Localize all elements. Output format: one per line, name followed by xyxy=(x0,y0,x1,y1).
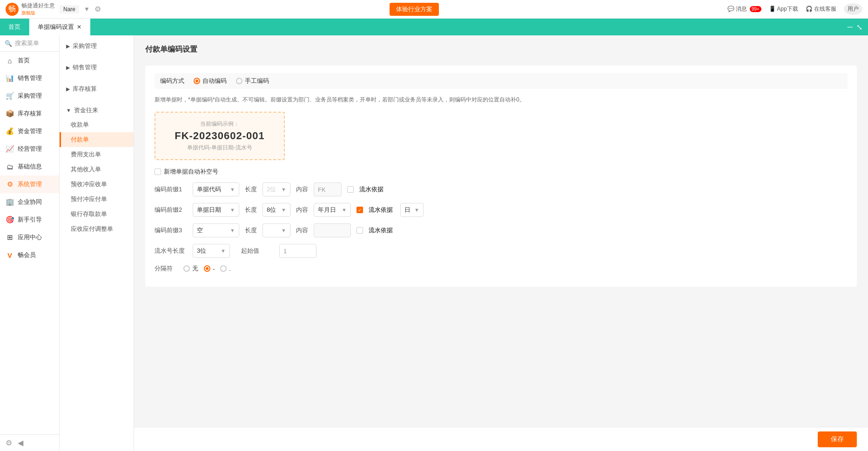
serial-length-select[interactable]: 3位 ▼ xyxy=(193,244,230,258)
top-bar-left: 畅 畅捷通好生意 旗舰版 Nare ▼ ⚙ xyxy=(6,2,101,16)
content2-select[interactable]: 年月日 ▼ xyxy=(314,203,351,217)
sidebar-bottom: ⚙ ◀ xyxy=(0,434,59,451)
sub-item-payment[interactable]: 付款单 xyxy=(60,132,134,147)
sep-none-radio[interactable]: 无 xyxy=(183,264,198,273)
sidebar-item-purchase[interactable]: 🛒 采购管理 xyxy=(0,87,59,105)
sidebar-item-basic-info[interactable]: 🗂 基础信息 xyxy=(0,158,59,175)
sep-dot-radio[interactable]: . xyxy=(220,265,231,272)
sidebar-item-home[interactable]: ⌂ 首页 xyxy=(0,52,59,69)
settings-icon[interactable]: ⚙ xyxy=(94,5,101,13)
preview-box: 当前编码示例： FK-20230602-001 单据代码-单据日期-流水号 xyxy=(155,112,285,160)
prefix2-label: 编码前缀2 xyxy=(155,206,187,214)
maximize-icon[interactable]: ⤡ xyxy=(856,23,862,32)
save-button[interactable]: 保存 xyxy=(818,431,857,447)
sidebar-item-system-label: 系统管理 xyxy=(18,180,42,188)
sales-icon: 📊 xyxy=(6,74,14,82)
length2-select[interactable]: 8位 ▼ xyxy=(262,203,290,217)
stream2-unit-select[interactable]: 日 ▼ xyxy=(400,203,424,217)
prefix1-select[interactable]: 单据代码 ▼ xyxy=(193,182,239,196)
app-download-link[interactable]: 📱 App下载 xyxy=(769,5,798,13)
stream3-checkbox[interactable] xyxy=(357,227,363,234)
sidebar-item-sales[interactable]: 📊 销售管理 xyxy=(0,69,59,87)
download-icon: 📱 xyxy=(769,6,776,12)
start-value-input[interactable]: 1 xyxy=(279,244,316,258)
sep-dash-radio[interactable]: - xyxy=(204,265,215,272)
sidebar-item-enterprise[interactable]: 🏢 企业协同 xyxy=(0,193,59,211)
sidebar-item-inventory[interactable]: 📦 库存核算 xyxy=(0,105,59,122)
separator-label: 分隔符 xyxy=(155,264,178,273)
stream1-checkbox[interactable] xyxy=(347,186,354,193)
sidebar-settings-icon[interactable]: ⚙ xyxy=(6,438,12,447)
prefix3-select[interactable]: 空 ▼ xyxy=(193,223,239,237)
manual-encode-dot xyxy=(236,78,242,84)
sidebar-item-home-label: 首页 xyxy=(18,56,30,65)
main-content: 付款单编码设置 编码方式 自动编码 手工编码 新增单据时，*单据编码*自动生成、… xyxy=(134,35,868,451)
messages-link[interactable]: 💬 消息 99+ xyxy=(727,5,761,13)
chevron-right-icon2: ▶ xyxy=(66,65,70,71)
sub-item-receipt[interactable]: 收款单 xyxy=(60,117,134,132)
purchase-icon: 🛒 xyxy=(6,92,14,100)
sep-dot-dot xyxy=(220,265,227,272)
enterprise-icon: 🏢 xyxy=(6,198,14,206)
sub-group-sales-title[interactable]: ▶ 销售管理 xyxy=(60,61,134,74)
sub-group-purchase-title[interactable]: ▶ 采购管理 xyxy=(60,39,134,53)
length3-select[interactable]: ▼ xyxy=(262,223,290,237)
sep-none-dot xyxy=(183,265,190,272)
sidebar-item-member[interactable]: V 畅会员 xyxy=(0,246,59,264)
sub-item-expense[interactable]: 费用支出单 xyxy=(60,147,134,162)
sidebar-item-finance[interactable]: 💰 资金管理 xyxy=(0,122,59,140)
auto-fill-checkbox[interactable] xyxy=(155,168,161,175)
sub-group-capital: ▼ 资金往来 收款单 付款单 费用支出单 其他收入单 预收冲应收单 预付冲应付单… xyxy=(60,100,134,240)
length2-chevron: ▼ xyxy=(281,207,286,213)
finance-icon: 💰 xyxy=(6,127,14,135)
tab-close-icon[interactable]: ✕ xyxy=(77,24,81,30)
sub-item-advance-collection[interactable]: 预收冲应收单 xyxy=(60,177,134,192)
search-menu[interactable]: 🔍 搜索菜单 xyxy=(0,35,59,52)
minimize-icon[interactable]: ─ xyxy=(848,23,853,31)
sub-group-inventory-title[interactable]: ▶ 库存核算 xyxy=(60,82,134,96)
sidebar-item-operations[interactable]: 📈 经营管理 xyxy=(0,140,59,158)
sub-item-advance-payment[interactable]: 预付冲应付单 xyxy=(60,192,134,207)
sidebar-item-guide-label: 新手引导 xyxy=(18,215,42,224)
length1-select[interactable]: 2位 ▼ xyxy=(262,182,290,196)
sub-item-receivable-adjustment[interactable]: 应收应付调整单 xyxy=(60,222,134,236)
user-avatar[interactable]: 用户 xyxy=(844,3,862,15)
encoding-method-group: 编码方式 自动编码 手工编码 xyxy=(155,73,848,89)
online-support-link[interactable]: 🎧 在线客服 xyxy=(806,5,836,13)
trial-button[interactable]: 体验行业方案 xyxy=(390,3,439,16)
chevron-down-icon2: ▼ xyxy=(66,108,71,113)
sidebar-item-guide[interactable]: 🎯 新手引导 xyxy=(0,211,59,229)
stream2-checkbox[interactable]: ✓ xyxy=(357,207,363,213)
prefix2-select[interactable]: 单据日期 ▼ xyxy=(193,203,239,217)
content1-input: FK xyxy=(314,182,342,196)
sidebar-item-app-center-label: 应用中心 xyxy=(18,233,42,242)
sub-sidebar: ▶ 采购管理 ▶ 销售管理 ▶ 库存核算 ▼ 资金往来 收款单 付款单 费用支出… xyxy=(60,35,134,451)
tab-encoding-settings[interactable]: 单据编码设置 ✕ xyxy=(29,19,90,35)
manual-encode-radio[interactable]: 手工编码 xyxy=(236,77,269,85)
trial-button-wrapper: 体验行业方案 xyxy=(390,3,439,16)
preview-desc: 单据代码-单据日期-流水号 xyxy=(167,144,273,152)
stream2-label: 流水依据 xyxy=(369,206,393,214)
prefix-row-1: 编码前缀1 单据代码 ▼ 长度 2位 ▼ 内容 FK 流水依据 xyxy=(155,182,848,196)
sub-item-bank-deposit[interactable]: 银行存取款单 xyxy=(60,207,134,222)
sidebar-item-finance-label: 资金管理 xyxy=(18,127,42,135)
sidebar-collapse-icon[interactable]: ◀ xyxy=(18,438,23,447)
content2-label: 内容 xyxy=(296,206,308,214)
length1-label: 长度 xyxy=(245,185,257,194)
chevron-right-icon: ▶ xyxy=(66,43,70,49)
tab-home[interactable]: 首页 xyxy=(0,19,29,35)
stream3-label: 流水依据 xyxy=(369,226,393,235)
info-text: 新增单据时，*单据编码*自动生成、不可编辑。前缀设置为部门、业务员等档案类，开单… xyxy=(155,95,848,104)
chevron-down-icon[interactable]: ▼ xyxy=(84,6,90,13)
sub-item-other-income[interactable]: 其他收入单 xyxy=(60,162,134,177)
prefix3-label: 编码前缀3 xyxy=(155,226,187,235)
prefix2-chevron: ▼ xyxy=(230,207,235,213)
prefix-row-2: 编码前缀2 单据日期 ▼ 长度 8位 ▼ 内容 年月日 ▼ ✓ 流水依据 xyxy=(155,203,848,217)
guide-icon: 🎯 xyxy=(6,215,14,224)
auto-encode-radio[interactable]: 自动编码 xyxy=(194,77,227,85)
left-sidebar: 🔍 搜索菜单 ⌂ 首页 📊 销售管理 🛒 采购管理 📦 库存核算 💰 资 xyxy=(0,35,60,451)
sub-group-capital-title[interactable]: ▼ 资金往来 xyxy=(60,103,134,117)
operations-icon: 📈 xyxy=(6,145,14,153)
sidebar-item-app-center[interactable]: ⊞ 应用中心 xyxy=(0,229,59,246)
sidebar-item-system[interactable]: ⚙ 系统管理 xyxy=(0,175,59,193)
